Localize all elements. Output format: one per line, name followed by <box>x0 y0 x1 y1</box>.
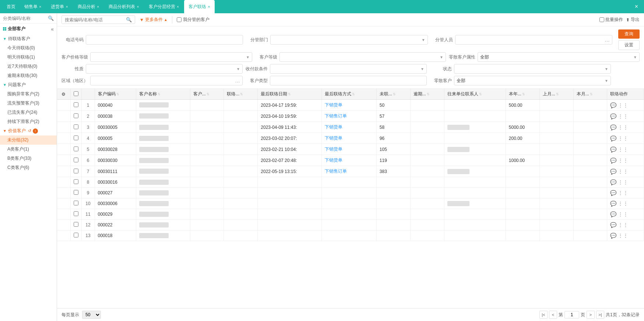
row-checkbox-cell[interactable] <box>70 209 81 220</box>
more-action-icon[interactable]: ⋮⋮ <box>618 211 628 217</box>
contact-icon[interactable]: 💬 <box>610 147 616 152</box>
row-checkbox-cell[interactable] <box>70 198 81 209</box>
more-action-icon[interactable]: ⋮⋮ <box>618 102 628 108</box>
row-checkbox[interactable] <box>74 211 78 216</box>
retail-customer-input[interactable]: 全部 ▼ <box>454 76 611 85</box>
this-year-col-header[interactable]: 本年... ⇅ <box>506 89 539 100</box>
nav-tab-purchase[interactable]: 进货单 × <box>46 0 72 13</box>
last-page-btn[interactable]: >| <box>596 311 604 319</box>
nav-tab-analysis[interactable]: 商品分析 × <box>73 0 103 13</box>
more-action-icon[interactable]: ⋮⋮ <box>618 179 628 185</box>
next-page-btn[interactable]: > <box>587 311 595 319</box>
checkbox-col-header[interactable] <box>70 89 81 100</box>
nav-tab-sales[interactable]: 销售单 × <box>20 0 46 13</box>
sidebar-group-pending[interactable]: ▼ 待联络客户 <box>0 34 57 43</box>
page-input[interactable] <box>564 311 579 318</box>
name-col-header[interactable]: 客户名称 ⇅ <box>136 89 190 100</box>
more-action-icon[interactable]: ⋮⋮ <box>618 190 628 196</box>
sidebar-item-class-b[interactable]: B类客户(33) <box>0 154 57 163</box>
contact-icon[interactable]: 💬 <box>610 233 616 239</box>
row-checkbox-cell[interactable] <box>70 133 81 144</box>
row-checkbox[interactable] <box>74 135 78 140</box>
row-checkbox[interactable] <box>74 222 78 227</box>
nature-input[interactable]: ▼ <box>86 64 243 74</box>
row-checkbox[interactable] <box>74 113 78 118</box>
sidebar-item-class-a[interactable]: A类客户(1) <box>0 145 57 154</box>
my-customers-checkbox[interactable]: 我分管的客户 <box>177 17 210 23</box>
row-checkbox-cell[interactable] <box>70 122 81 133</box>
settings-col-header[interactable]: ⚙ <box>57 89 70 100</box>
sidebar-item-churned[interactable]: 已流失客户(24) <box>0 108 57 117</box>
phone-input[interactable] <box>86 35 243 45</box>
price-level-input[interactable]: ▼ <box>90 52 252 62</box>
close-icon-analysis-list[interactable]: × <box>137 4 139 9</box>
sidebar-item-overdue[interactable]: 逾期未联络(30) <box>0 71 57 80</box>
row-checkbox[interactable] <box>74 179 78 184</box>
close-icon-sales[interactable]: × <box>39 4 41 9</box>
collapse-icon[interactable]: « <box>51 26 54 32</box>
row-checkbox[interactable] <box>74 169 78 173</box>
filter-search-box[interactable]: 🔍 <box>61 15 135 24</box>
row-checkbox-cell[interactable] <box>70 166 81 177</box>
more-action-icon[interactable]: ⋮⋮ <box>618 233 628 239</box>
retail-attr-input[interactable]: 全部 ▼ <box>478 52 640 62</box>
overdue-col-header[interactable]: 逾期... ⇅ <box>410 89 444 100</box>
last-way-link[interactable]: 下销货单 <box>325 147 342 152</box>
more-action-icon[interactable]: ⋮⋮ <box>618 113 628 119</box>
sidebar-item-declining[interactable]: 持续下滑客户(2) <box>0 117 57 126</box>
last-way-link[interactable]: 下销货单 <box>325 135 342 141</box>
row-checkbox-cell[interactable] <box>70 155 81 166</box>
search-input[interactable] <box>65 17 124 22</box>
nav-home[interactable]: 首页 <box>3 0 19 13</box>
more-conditions-btn[interactable]: ▼ 更多条件 ▲ <box>140 17 168 23</box>
last-month-col-header[interactable]: 上月... ⇅ <box>539 89 573 100</box>
close-icon-analysis[interactable]: × <box>97 4 99 9</box>
contacts-col-header[interactable]: 往来单位联系人 ⇅ <box>444 89 506 100</box>
code-col-header[interactable]: 客户编码 ⇅ <box>95 89 136 100</box>
select-all-checkbox[interactable] <box>74 91 78 96</box>
per-page-select[interactable]: 50 100 <box>82 311 101 319</box>
contact-icon[interactable]: 💬 <box>610 158 616 163</box>
close-icon-customer-contact[interactable]: × <box>208 4 210 9</box>
contact-icon[interactable]: 💬 <box>610 211 616 217</box>
row-checkbox-cell[interactable] <box>70 188 81 198</box>
customer-type-input[interactable] <box>270 76 427 85</box>
nav-tab-customer-tier[interactable]: 客户分层经营 × <box>144 0 183 13</box>
close-all-button[interactable]: × <box>632 3 641 10</box>
all-customers-header[interactable]: 全部客户 « <box>0 24 57 34</box>
row-checkbox-cell[interactable] <box>70 230 81 241</box>
last-way-link[interactable]: 下销货单 <box>325 158 342 163</box>
nav-tab-customer-contact[interactable]: 客户联络 × <box>184 0 214 13</box>
contact-col-header[interactable]: 联络... ⇅ <box>224 89 258 100</box>
contact-icon[interactable]: 💬 <box>610 135 616 141</box>
prev-page-btn[interactable]: < <box>549 311 557 319</box>
dept-input[interactable]: ▼ <box>270 35 427 45</box>
first-page-btn[interactable]: |< <box>539 311 548 319</box>
this-month-col-header[interactable]: 本月... ⇅ <box>573 89 607 100</box>
more-action-icon[interactable]: ⋮⋮ <box>618 169 628 174</box>
batch-operation-btn[interactable]: 批量操作 <box>599 17 623 23</box>
contact-icon[interactable]: 💬 <box>610 190 616 196</box>
more-action-icon[interactable]: ⋮⋮ <box>618 201 628 207</box>
search-icon-filter[interactable]: 🔍 <box>126 17 132 22</box>
sidebar-item-7days[interactable]: 近7天待联络(0) <box>0 62 57 71</box>
sidebar-item-today[interactable]: 今天待联络(0) <box>0 43 57 53</box>
not-contacted-col-header[interactable]: 未联... ⇅ <box>376 89 410 100</box>
contact-icon[interactable]: 💬 <box>610 179 616 185</box>
nav-tab-analysis-list[interactable]: 商品分析列表 × <box>104 0 143 13</box>
payment-input[interactable]: ▼ <box>270 64 427 74</box>
more-action-icon[interactable]: ⋮⋮ <box>618 147 628 152</box>
close-icon-customer-tier[interactable]: × <box>177 4 179 9</box>
contact-icon[interactable]: 💬 <box>610 113 616 119</box>
status-input[interactable]: ▼ <box>454 64 611 74</box>
sidebar-item-churn-warn[interactable]: 流失预警客户(3) <box>0 99 57 108</box>
row-checkbox[interactable] <box>74 124 78 129</box>
refresh-icon[interactable]: ↺ <box>28 128 31 133</box>
sidebar-item-class-c[interactable]: C类客户(6) <box>0 163 57 172</box>
my-customers-check[interactable] <box>177 17 182 22</box>
manager-input[interactable]: … <box>455 35 612 45</box>
sidebar-item-ungroup[interactable]: 未分组(32) <box>0 135 57 145</box>
row-checkbox[interactable] <box>74 158 78 162</box>
contact-icon[interactable]: 💬 <box>610 169 616 174</box>
row-checkbox-cell[interactable] <box>70 144 81 155</box>
